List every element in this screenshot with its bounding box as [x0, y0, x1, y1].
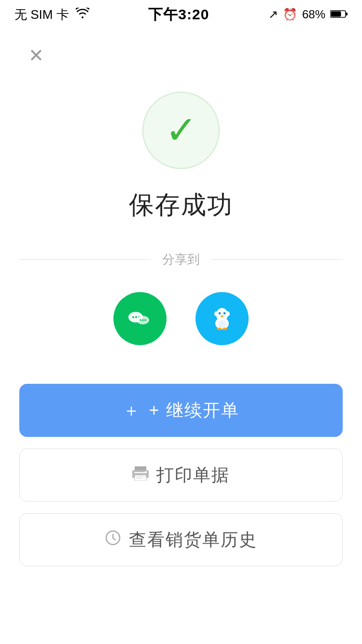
svg-point-4	[132, 316, 134, 318]
svg-point-5	[135, 316, 137, 318]
status-time: 下午3:20	[148, 5, 209, 25]
svg-point-14	[220, 313, 221, 314]
history-button[interactable]: 查看销货单历史	[19, 513, 343, 566]
print-icon	[132, 466, 149, 485]
success-title: 保存成功	[129, 188, 233, 222]
share-line-right	[211, 259, 343, 260]
sim-status: 无 SIM 卡	[14, 6, 69, 23]
wifi-icon	[76, 8, 89, 21]
history-icon	[105, 530, 121, 550]
success-circle: ✓	[142, 92, 220, 169]
alarm-icon: ⏰	[283, 8, 297, 21]
status-right: ↗ ⏰ 68%	[268, 8, 348, 21]
svg-point-29	[145, 471, 147, 473]
svg-point-18	[218, 320, 226, 328]
main-content: ✕ ✓ 保存成功 分享到	[0, 29, 362, 644]
svg-point-19	[217, 328, 222, 330]
print-label: 打印单据	[156, 463, 230, 487]
svg-point-9	[142, 319, 144, 321]
svg-point-15	[224, 313, 225, 314]
svg-rect-1	[346, 13, 348, 15]
location-icon: ↗	[268, 8, 278, 21]
action-buttons: ＋ + 继续开单 打印单据	[19, 384, 343, 566]
close-button[interactable]: ✕	[24, 43, 48, 68]
continue-label: + 继续开单	[149, 399, 239, 422]
svg-rect-23	[135, 466, 146, 470]
qq-share-button[interactable]	[195, 292, 249, 345]
svg-point-20	[223, 328, 227, 330]
share-icons	[113, 292, 249, 345]
svg-point-10	[144, 319, 146, 321]
battery-icon	[330, 8, 348, 21]
battery-percent: 68%	[302, 8, 325, 21]
history-label: 查看销货单历史	[129, 528, 257, 552]
checkmark-icon: ✓	[165, 111, 197, 150]
svg-point-22	[226, 311, 230, 316]
plus-icon: ＋	[123, 399, 141, 422]
status-bar: 无 SIM 卡 下午3:20 ↗ ⏰ 68%	[0, 0, 362, 29]
svg-point-16	[221, 315, 223, 317]
svg-point-21	[214, 311, 218, 316]
close-row: ✕	[19, 29, 343, 72]
share-section: 分享到	[19, 251, 343, 268]
close-icon: ✕	[28, 46, 44, 65]
svg-point-8	[139, 319, 141, 321]
status-left: 无 SIM 卡	[14, 6, 89, 23]
svg-rect-28	[136, 478, 142, 479]
continue-button[interactable]: ＋ + 继续开单	[19, 384, 343, 437]
svg-rect-27	[136, 476, 145, 477]
svg-rect-2	[331, 12, 341, 17]
wechat-share-button[interactable]	[113, 292, 167, 345]
print-button[interactable]: 打印单据	[19, 448, 343, 502]
share-line-left	[19, 259, 151, 260]
share-label: 分享到	[151, 251, 211, 268]
